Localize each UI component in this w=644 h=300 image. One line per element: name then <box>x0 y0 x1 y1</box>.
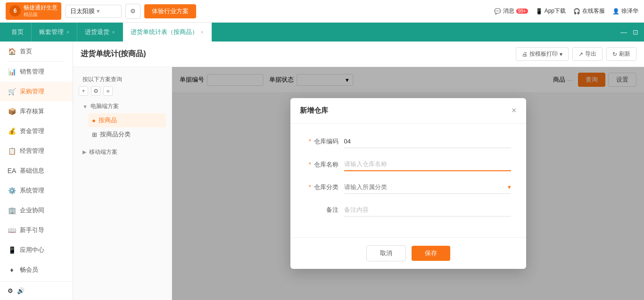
code-required: * <box>309 138 311 145</box>
print-button[interactable]: 🖨 按模板打印 ▾ <box>516 47 569 61</box>
sidebar-item-apps-label: 应用中心 <box>20 246 44 254</box>
export-button[interactable]: ↗ 导出 <box>572 47 603 61</box>
tab-purchase-stats[interactable]: 进货单统计表（按商品） × <box>123 23 212 42</box>
sidebar-settings-icon[interactable]: ⚙ <box>8 287 13 294</box>
category-input[interactable] <box>344 183 508 191</box>
purchase-icon: 🛒 <box>8 87 16 96</box>
gear-icon: ⚙ <box>130 8 136 15</box>
category-select[interactable]: ▾ <box>344 181 511 194</box>
content-area: 进货单统计(按商品) 🖨 按模板打印 ▾ ↗ 导出 ↻ 刷新 <box>73 42 644 300</box>
sidebar-item-home[interactable]: 🏠 首页 <box>0 42 73 61</box>
tab-expand-icon[interactable]: ⊡ <box>631 26 640 38</box>
scheme-settings-button[interactable]: ⚙ <box>91 86 100 96</box>
category-label: * 仓库分类 <box>305 183 339 192</box>
pc-section-title: ▼ 电脑端方案 <box>79 100 166 113</box>
sidebar-item-guide[interactable]: 📖 新手引导 <box>0 220 73 240</box>
sidebar-item-purchase[interactable]: 🛒 采购管理 <box>0 82 73 101</box>
mobile-section-title: ▶ 移动端方案 <box>79 145 166 159</box>
online-service-button[interactable]: 🎧 在线客服 <box>573 7 605 15</box>
guide-icon: 📖 <box>8 226 16 234</box>
collapse-button[interactable]: « <box>103 86 113 96</box>
operations-icon: 📋 <box>8 147 16 155</box>
tab-minimize-icon[interactable]: — <box>619 26 629 38</box>
user-name: 徐泽华 <box>621 7 638 15</box>
name-row: * 仓库名称 <box>305 158 511 171</box>
sidebar-item-member[interactable]: ♦ 畅会员 <box>0 260 73 280</box>
name-label: * 仓库名称 <box>305 160 339 169</box>
tab-account-close-icon[interactable]: × <box>66 30 69 35</box>
sidebar-item-home-label: 首页 <box>20 47 32 56</box>
sidebar-item-finance[interactable]: 💰 资金管理 <box>0 121 73 141</box>
home-icon: 🏠 <box>8 47 16 56</box>
tab-account-label: 账套管理 <box>39 28 64 36</box>
name-input[interactable] <box>344 158 511 171</box>
tab-home[interactable]: 首页 <box>4 23 32 42</box>
print-icon: 🖨 <box>522 51 528 58</box>
message-button[interactable]: 💬 消息 99+ <box>494 7 528 15</box>
settings-button[interactable]: ⚙ <box>125 4 140 19</box>
sidebar-item-basic-info-label: 基础信息 <box>20 167 44 175</box>
tree-item-by-goods-label: 按商品 <box>99 116 117 125</box>
left-panel: 按以下方案查询 + ⚙ « ▼ 电脑端方案 ● 按商品 <box>73 67 172 300</box>
store-selector[interactable]: 日太阳膜 ▾ <box>65 5 122 18</box>
category-required: * <box>309 183 311 191</box>
sidebar-audio-icon[interactable]: 🔊 <box>17 287 25 294</box>
category-arrow-icon: ▾ <box>508 183 511 191</box>
content-actions: 🖨 按模板打印 ▾ ↗ 导出 ↻ 刷新 <box>516 47 636 61</box>
sidebar-item-enterprise[interactable]: 🏢 企业协同 <box>0 200 73 220</box>
tree-item-by-goods[interactable]: ● 按商品 <box>88 113 166 127</box>
right-content: 单据编号 单据状态 ▾ 商品 ··· <box>172 67 644 300</box>
tree-item-by-category[interactable]: ⊞ 按商品分类 <box>88 127 166 142</box>
sidebar-item-operations[interactable]: 📋 经营管理 <box>0 141 73 161</box>
tab-home-label: 首页 <box>11 28 24 36</box>
tab-account[interactable]: 账套管理 × <box>32 23 77 42</box>
cancel-button[interactable]: 取消 <box>366 245 406 261</box>
app-download-button[interactable]: 📱 App下载 <box>536 7 566 15</box>
sidebar-item-system[interactable]: ⚙️ 系统管理 <box>0 181 73 200</box>
tab-bar: 首页 账套管理 × 进货退货 × 进货单统计表（按商品） × — ⊡ <box>0 23 644 42</box>
category-row: * 仓库分类 ▾ <box>305 181 511 194</box>
sidebar-item-basic-info[interactable]: EA 基础信息 <box>0 161 73 181</box>
code-input[interactable] <box>344 135 511 148</box>
refresh-label: 刷新 <box>619 50 630 58</box>
sidebar-item-sales[interactable]: 📊 销售管理 <box>0 62 73 82</box>
sidebar-item-operations-label: 经营管理 <box>20 147 44 155</box>
print-arrow-icon: ▾ <box>560 51 562 58</box>
dialog-close-button[interactable]: × <box>512 106 517 116</box>
message-label: 消息 <box>503 7 514 15</box>
tab-purchase-return-close-icon[interactable]: × <box>112 30 115 35</box>
remark-label: 备注 <box>305 206 339 214</box>
category-icon: ⊞ <box>92 131 97 138</box>
save-button[interactable]: 保存 <box>412 246 450 261</box>
inventory-icon: 📦 <box>8 107 16 116</box>
name-required: * <box>309 161 311 168</box>
tree-items: ● 按商品 ⊞ 按商品分类 <box>79 113 166 142</box>
service-label: 在线客服 <box>582 7 605 15</box>
remark-row: 备注 <box>305 203 511 217</box>
sidebar-item-apps[interactable]: 📱 应用中心 <box>0 240 73 260</box>
refresh-button[interactable]: ↻ 刷新 <box>606 47 636 61</box>
sidebar-bottom: ⚙ 🔊 <box>0 281 73 300</box>
user-menu-button[interactable]: 👤 徐泽华 <box>612 7 638 15</box>
remark-input[interactable] <box>344 203 511 217</box>
print-label: 按模板打印 <box>529 50 558 58</box>
triangle-icon: ▼ <box>83 104 88 109</box>
sidebar-item-member-label: 畅会员 <box>20 266 38 274</box>
user-icon: 👤 <box>612 8 619 15</box>
headset-icon: 🎧 <box>573 8 580 15</box>
add-scheme-button[interactable]: + <box>79 86 88 96</box>
sidebar-item-inventory[interactable]: 📦 库存核算 <box>0 101 73 121</box>
tab-purchase-stats-close-icon[interactable]: × <box>201 30 204 35</box>
tab-purchase-return[interactable]: 进货退货 × <box>77 23 123 42</box>
top-header: 6 畅捷通好生意 精品版 日太阳膜 ▾ ⚙ 体验行业方案 💬 消息 99+ 📱 … <box>0 0 644 23</box>
logo-area[interactable]: 6 畅捷通好生意 精品版 <box>6 2 61 19</box>
trial-button[interactable]: 体验行业方案 <box>144 4 196 18</box>
dialog-overlay: 新增仓库 × * 仓库编码 <box>172 67 644 300</box>
system-icon: ⚙️ <box>8 186 16 195</box>
page-title: 进货单统计(按商品) <box>81 49 146 59</box>
member-icon: ♦ <box>8 266 16 274</box>
logo-icon: 6 <box>9 5 21 17</box>
content-header: 进货单统计(按商品) 🖨 按模板打印 ▾ ↗ 导出 ↻ 刷新 <box>73 42 644 67</box>
body-area: 按以下方案查询 + ⚙ « ▼ 电脑端方案 ● 按商品 <box>73 67 644 300</box>
logo-sub: 精品版 <box>24 11 58 18</box>
